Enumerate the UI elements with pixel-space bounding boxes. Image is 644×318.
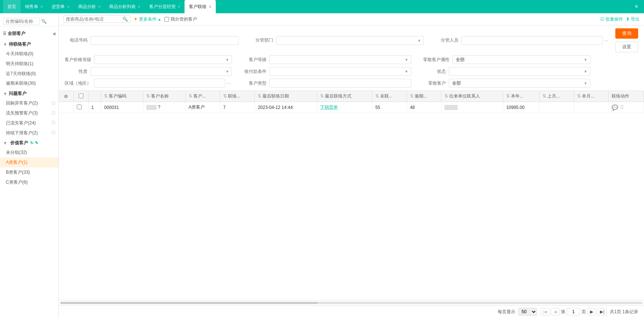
cell-action: 💬 ⠿ [609, 102, 644, 113]
sort-icon-year: ⇅ [506, 93, 510, 99]
sidebar-item-near7days[interactable]: 近7天待联络(0) [0, 69, 58, 79]
settings-button[interactable]: 设置 [615, 42, 638, 52]
cell-last-contact-method[interactable]: 下销货单 [317, 102, 372, 113]
price-level-select[interactable] [94, 55, 232, 64]
close-goods-analysis-icon[interactable]: × [98, 4, 100, 9]
last-contact-method-link[interactable]: 下销货单 [320, 105, 338, 110]
qr-icon[interactable]: ⠿ [620, 105, 624, 110]
more-filters-button[interactable]: ▼ 更多条件 ▲ [133, 16, 161, 22]
export-label: 导出 [631, 16, 640, 22]
batch-operation-button[interactable]: ☑ 批量操作 [600, 16, 623, 22]
sidebar-item-class-b[interactable]: B类客户(33) [0, 167, 58, 177]
search-input[interactable] [66, 17, 121, 22]
filter-item-scatter: 零散客户 全部 ▼ [423, 79, 590, 88]
payment-select[interactable] [269, 67, 411, 76]
chat-icon[interactable]: 💬 [612, 105, 618, 110]
cell-unit-contact [441, 102, 503, 113]
horizontal-scrollbar[interactable] [59, 300, 644, 305]
phone-input[interactable] [90, 36, 239, 45]
sidebar-item-class-c[interactable]: C类客户(6) [0, 177, 58, 187]
nav-tab-customer-segment[interactable]: 客户分层经营 × [145, 0, 185, 13]
nature-select[interactable] [90, 67, 232, 76]
col-customer-code-header[interactable]: ⇅客户编码 [101, 91, 143, 102]
region-dots-icon[interactable]: ··· [225, 81, 232, 86]
scrollbar-thumb[interactable] [60, 302, 318, 304]
col-contact-header[interactable]: ⇅联络... [220, 91, 255, 102]
manager-input[interactable] [461, 36, 603, 45]
scatter-select[interactable]: 全部 [449, 79, 590, 88]
filter-item-region: 区域（地区） ··· [65, 79, 232, 88]
refresh-icon[interactable]: ↻ [30, 141, 33, 145]
sidebar-problem-customers-header[interactable]: ▼ 问题客户 [0, 88, 58, 98]
sidebar-all-customers[interactable]: ⠿ 全部客户 ◀ [0, 28, 58, 39]
sidebar-item-tomorrow[interactable]: 明天待联络(1) [0, 59, 58, 69]
collapse-icon: ◀ [53, 32, 56, 36]
sidebar-search-icon[interactable]: 🔍 [41, 19, 47, 24]
edit-icon[interactable]: ✎ [35, 141, 38, 145]
scatter-attr-select[interactable]: 全部 [452, 55, 590, 64]
region-input[interactable] [94, 79, 225, 88]
col-last-contact-method-header[interactable]: ⇅最后联络方式 [317, 91, 372, 102]
page-size-select[interactable]: 50 20 100 200 [518, 308, 537, 316]
sidebar-item-unclassified[interactable]: 未分组(32) [0, 148, 58, 158]
toolbar-right: ☑ 批量操作 ⬆ 导出 [600, 16, 640, 22]
sort-icon-date: ⇅ [258, 93, 261, 99]
cell-customer-type: A类客户 [185, 102, 220, 113]
nav-tab-purchase[interactable]: 进货单 × [47, 0, 74, 13]
prev-page-button[interactable]: ◀ [551, 308, 559, 315]
col-last-month-header[interactable]: ⇅上月... [539, 91, 574, 102]
search-icon-toolbar[interactable]: 🔍 [122, 17, 128, 22]
my-customers-checkbox[interactable] [164, 17, 169, 22]
query-button[interactable]: 查询 [615, 28, 638, 39]
col-unit-contact-header[interactable]: ⇅往来单位联系人 [441, 91, 503, 102]
col-no-contact-header[interactable]: ⇅未联... [372, 91, 407, 102]
nav-tab-sales[interactable]: 销售单 × [21, 0, 47, 13]
scrollbar-track [60, 302, 643, 304]
col-this-year-header[interactable]: ⇅本年... [503, 91, 540, 102]
customer-level-select[interactable] [269, 55, 411, 64]
sidebar-item-today[interactable]: 今天待联络(0) [0, 49, 58, 59]
close-customer-contact-icon[interactable]: × [209, 4, 211, 9]
nav-tab-customer-contact[interactable]: 客户联络 × [185, 0, 215, 13]
sidebar-item-class-a[interactable]: A类客户(1) [0, 158, 58, 167]
sidebar-item-overdue[interactable]: 逾期未联络(30) [0, 78, 58, 88]
col-settings-header[interactable]: ⚙ [59, 91, 74, 102]
nav-tab-goods-list[interactable]: 商品分析列表 × [105, 0, 144, 13]
sidebar-item-repeat-abnormal[interactable]: 回购异常客户(2) ⓘ [0, 98, 58, 108]
next-page-button[interactable]: ▶ [587, 308, 596, 315]
first-page-button[interactable]: |◀ [540, 308, 550, 315]
last-page-button[interactable]: ▶| [597, 308, 607, 315]
dept-select[interactable] [276, 36, 424, 45]
status-select[interactable] [449, 67, 590, 76]
nav-tab-goods-analysis[interactable]: 商品分析 × [74, 0, 105, 13]
sidebar-value-customers-header[interactable]: ▼ 价值客户 ↻ ✎ [0, 138, 58, 148]
my-customers-checkbox-label[interactable]: 我分管的客户 [164, 16, 197, 22]
close-goods-list-icon[interactable]: × [138, 4, 140, 9]
sort-icon-code: ⇅ [104, 93, 108, 99]
customer-type-input[interactable] [269, 79, 411, 88]
select-all-checkbox[interactable] [79, 93, 83, 98]
page-size-label: 每页显示 [498, 309, 515, 315]
sidebar-pending-contact-header[interactable]: ▼ 待联络客户 [0, 39, 58, 49]
close-customer-segment-icon[interactable]: × [178, 4, 180, 9]
close-sales-icon[interactable]: × [40, 4, 43, 9]
col-this-month-header[interactable]: ⇅本月... [574, 91, 609, 102]
sidebar-item-persistent-lost[interactable]: 持续下滑客户(2) ⓘ [0, 128, 58, 138]
close-window-button[interactable]: × [632, 2, 641, 11]
scatter-select-wrap: 全部 ▼ [449, 79, 590, 88]
manager-dots-icon[interactable]: ··· [603, 38, 609, 43]
col-customer-type-header[interactable]: ⇅客户... [185, 91, 220, 102]
close-purchase-icon[interactable]: × [67, 4, 69, 9]
col-last-contact-date-header[interactable]: ⇅最后联络日期 [255, 91, 317, 102]
col-customer-name-header[interactable]: ⇅客户名称 [143, 91, 186, 102]
page-number-input[interactable] [567, 308, 580, 315]
sidebar-item-lost-forecast[interactable]: 流失预警客户(3) ⓘ [0, 108, 58, 118]
sidebar-item-lost[interactable]: 已流失客户(24) ⓘ [0, 118, 58, 128]
export-button[interactable]: ⬆ 导出 [626, 16, 640, 22]
sidebar-search-input[interactable] [3, 18, 40, 25]
col-overdue-header[interactable]: ⇅逾期... [407, 91, 441, 102]
row-checkbox[interactable] [77, 105, 82, 109]
filter-row-3: 性质 ▼ 收付款条件 ▼ 状态 [65, 67, 638, 76]
nav-tab-home[interactable]: 首页 [3, 0, 21, 13]
col-action-header: 联络动作 [609, 91, 644, 102]
